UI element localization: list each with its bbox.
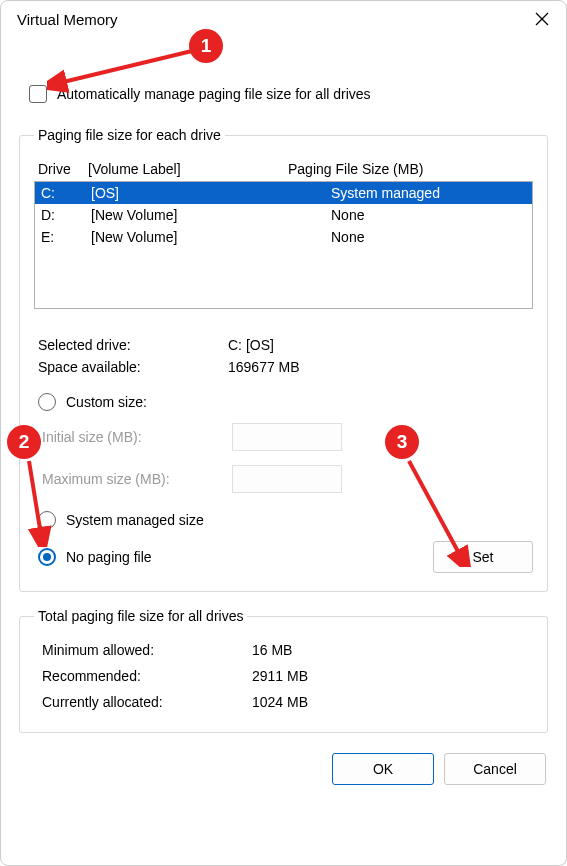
paging-legend: Paging file size for each drive: [34, 127, 225, 143]
initial-size-input: [232, 423, 342, 451]
automanage-label: Automatically manage paging file size fo…: [57, 86, 371, 102]
drive-row[interactable]: C: [OS] System managed: [35, 182, 532, 204]
window-title: Virtual Memory: [17, 11, 118, 28]
drive-pfs: System managed: [331, 185, 526, 201]
header-drive: Drive: [38, 161, 88, 177]
selected-drive-value: C: [OS]: [228, 337, 533, 353]
system-managed-radio[interactable]: [38, 511, 56, 529]
selected-drive-label: Selected drive:: [38, 337, 228, 353]
min-value: 16 MB: [252, 642, 529, 658]
annotation-badge-1: 1: [189, 29, 223, 63]
annotation-badge-3: 3: [385, 425, 419, 459]
custom-size-label: Custom size:: [66, 394, 147, 410]
initial-size-label: Initial size (MB):: [42, 429, 212, 445]
drive-letter: D:: [41, 207, 91, 223]
drive-row[interactable]: E: [New Volume] None: [35, 226, 532, 248]
drive-volume: [New Volume]: [91, 207, 331, 223]
no-paging-radio[interactable]: [38, 548, 56, 566]
max-size-input: [232, 465, 342, 493]
max-size-label: Maximum size (MB):: [42, 471, 212, 487]
header-volume: [Volume Label]: [88, 161, 288, 177]
custom-size-radio[interactable]: [38, 393, 56, 411]
system-managed-label: System managed size: [66, 512, 204, 528]
cur-label: Currently allocated:: [42, 694, 252, 710]
paging-fieldset: Paging file size for each drive Drive [V…: [19, 127, 548, 592]
min-label: Minimum allowed:: [42, 642, 252, 658]
drive-volume: [New Volume]: [91, 229, 331, 245]
ok-button[interactable]: OK: [332, 753, 434, 785]
close-icon: [535, 12, 549, 26]
totals-fieldset: Total paging file size for all drives Mi…: [19, 608, 548, 733]
rec-label: Recommended:: [42, 668, 252, 684]
drive-list-header: Drive [Volume Label] Paging File Size (M…: [34, 155, 533, 181]
header-pfs: Paging File Size (MB): [288, 161, 529, 177]
drive-volume: [OS]: [91, 185, 331, 201]
rec-value: 2911 MB: [252, 668, 529, 684]
totals-legend: Total paging file size for all drives: [34, 608, 247, 624]
set-button[interactable]: Set: [433, 541, 533, 573]
cancel-button[interactable]: Cancel: [444, 753, 546, 785]
drive-letter: C:: [41, 185, 91, 201]
close-button[interactable]: [532, 9, 552, 29]
automanage-checkbox[interactable]: [29, 85, 47, 103]
annotation-badge-2: 2: [7, 425, 41, 459]
drive-pfs: None: [331, 207, 526, 223]
drive-list[interactable]: C: [OS] System managed D: [New Volume] N…: [34, 181, 533, 309]
no-paging-label: No paging file: [66, 549, 152, 565]
space-value: 169677 MB: [228, 359, 533, 375]
drive-pfs: None: [331, 229, 526, 245]
cur-value: 1024 MB: [252, 694, 529, 710]
drive-row[interactable]: D: [New Volume] None: [35, 204, 532, 226]
space-label: Space available:: [38, 359, 228, 375]
drive-letter: E:: [41, 229, 91, 245]
